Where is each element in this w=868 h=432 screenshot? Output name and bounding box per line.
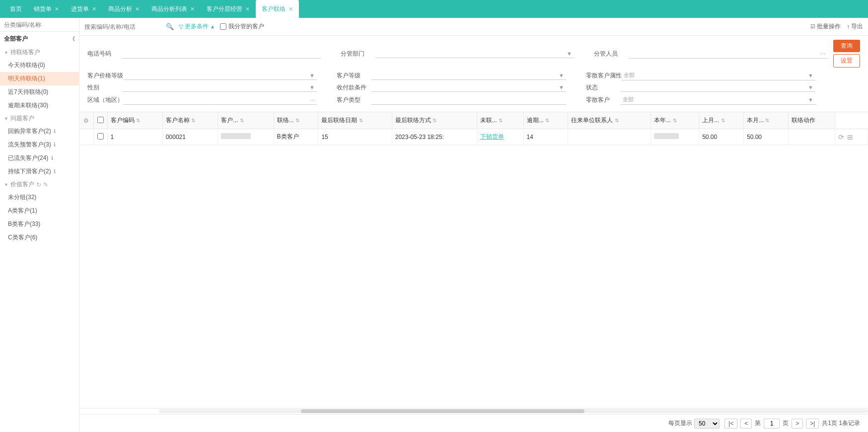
col-unlinking: 未联... ⇅	[477, 112, 523, 129]
sidebar-item-repurchase-anomaly[interactable]: 回购异常客户(2) ℹ	[0, 125, 79, 138]
sidebar-item-churned[interactable]: 已流失客户(24) ℹ	[0, 151, 79, 165]
more-action-icon[interactable]: ⊞	[847, 133, 853, 141]
sidebar-search-bar: 🔍	[0, 18, 79, 32]
col-customer-name: 客户名称 ⇅	[162, 112, 217, 129]
sidebar-item-a-class[interactable]: A类客户(1)	[0, 204, 79, 217]
refresh-icon[interactable]: ↻	[36, 181, 41, 188]
payment-select[interactable]: ▼	[371, 83, 566, 92]
horizontal-scroll	[79, 408, 868, 414]
info-icon: ℹ	[51, 155, 53, 161]
sort-icon[interactable]: ⇅	[191, 118, 195, 123]
filter-cell-status: 状态 ▼	[586, 83, 815, 92]
price-level-select[interactable]: ▼	[123, 72, 317, 80]
page-size-select[interactable]: 50 20 100	[694, 419, 720, 429]
sidebar-item-ungrouped[interactable]: 未分组(32)	[0, 191, 79, 204]
nav-product-analysis-list[interactable]: 商品分析列表 ✕	[145, 0, 201, 18]
checkbox-icon: ☑	[810, 23, 815, 30]
sort-icon[interactable]: ⇅	[499, 118, 503, 123]
nav-home[interactable]: 首页	[4, 0, 28, 18]
close-icon[interactable]: ✕	[135, 6, 140, 12]
filter-row-4: 区域（地区） ··· 客户类型 零散客户	[87, 95, 860, 105]
sort-icon[interactable]: ⇅	[545, 118, 549, 123]
cell-contacts: 15	[318, 129, 392, 145]
all-customers-header[interactable]: 全部客户 《	[0, 32, 79, 46]
my-customers-checkbox[interactable]	[220, 23, 226, 30]
page-size-label: 每页显示	[668, 419, 692, 428]
status-select[interactable]: ▼	[621, 83, 815, 92]
sort-icon[interactable]: ⇅	[433, 118, 436, 123]
manager-input[interactable]	[631, 50, 818, 57]
sort-icon[interactable]: ⇅	[359, 118, 363, 123]
close-icon[interactable]: ✕	[55, 6, 59, 12]
last-method-link[interactable]: 下销货单	[480, 133, 504, 140]
bulk-ops-btn[interactable]: ☑ 批量操作	[810, 22, 841, 31]
prev-page-btn[interactable]: <	[740, 419, 752, 429]
sort-icon[interactable]: ⇅	[721, 118, 725, 123]
nav-sales-order[interactable]: 销货单 ✕	[28, 0, 65, 18]
filter-cell-dept: 分管部门 ▼	[341, 50, 574, 58]
region-label: 区域（地区）	[87, 96, 123, 104]
search-input[interactable]	[84, 23, 164, 30]
cell-this-month	[788, 129, 835, 145]
cell-contact-person	[651, 129, 699, 145]
sort-icon[interactable]: ⇅	[136, 118, 140, 123]
table-footer: 每页显示 50 20 100 |< < 第 页 > >| 共1页 1条记录	[79, 414, 868, 432]
col-this-month: 本月... ⇅	[743, 112, 788, 129]
search-icon[interactable]: 🔍	[166, 23, 174, 30]
sort-icon[interactable]: ⇅	[240, 118, 244, 123]
sidebar-item-today-contact[interactable]: 今天待联络(0)	[0, 59, 79, 72]
sort-icon[interactable]: ⇅	[765, 118, 769, 123]
export-btn[interactable]: ↑ 导出	[847, 22, 863, 31]
checkbox-column-header[interactable]	[93, 112, 107, 129]
sidebar-item-churn-warning[interactable]: 流失预警客户(3) ℹ	[0, 138, 79, 151]
contact-action-icon[interactable]: ⟳	[838, 133, 844, 141]
query-button[interactable]: 查询	[833, 40, 860, 52]
sidebar-search-input[interactable]	[4, 21, 78, 28]
select-all-checkbox[interactable]	[97, 117, 104, 123]
page-input[interactable]	[764, 419, 780, 429]
customer-type-input[interactable]	[373, 96, 564, 103]
region-input[interactable]	[125, 96, 308, 103]
col-last-contact-method: 最后联络方式 ⇅	[392, 112, 477, 129]
close-icon[interactable]: ✕	[245, 6, 250, 12]
close-icon[interactable]: ✕	[289, 6, 293, 12]
sidebar-item-7days-contact[interactable]: 近7天待联络(0)	[0, 85, 79, 99]
phone-input[interactable]	[124, 50, 319, 57]
sidebar-item-b-class[interactable]: B类客户(33)	[0, 217, 79, 231]
sidebar-item-overdue-contact[interactable]: 逾期未联络(30)	[0, 99, 79, 112]
retail-customer-select[interactable]: 全部 ▼	[621, 95, 815, 105]
sidebar-item-c-class[interactable]: C类客户(6)	[0, 231, 79, 244]
filter-cell-customer-level: 客户等级 ▼	[337, 72, 566, 80]
sort-icon[interactable]: ⇅	[615, 118, 619, 123]
collapse-icon: 《	[70, 35, 75, 43]
all-customers-label: 全部客户	[4, 35, 28, 43]
dept-select[interactable]: ▼	[375, 50, 574, 58]
top-nav: 首页 销货单 ✕ 进货单 ✕ 商品分析 ✕ 商品分析列表 ✕ 客户分层经营 ✕ …	[0, 0, 868, 18]
sort-icon[interactable]: ⇅	[673, 118, 677, 123]
close-icon[interactable]: ✕	[92, 6, 96, 12]
settings-button[interactable]: 设置	[833, 54, 860, 68]
sidebar-value-group: 价值客户 ↻ ✎	[0, 178, 79, 191]
row-checkbox[interactable]	[97, 133, 104, 140]
retail-attr-select[interactable]: 全部 ▼	[622, 71, 815, 80]
more-dots-icon[interactable]: ···	[820, 50, 825, 57]
sidebar-item-declining[interactable]: 持续下滑客户(2) ℹ	[0, 165, 79, 178]
sort-icon[interactable]: ⇅	[295, 118, 299, 123]
more-conditions-btn[interactable]: ▽ 更多条件 ▲	[179, 22, 215, 31]
edit-icon[interactable]: ✎	[43, 181, 48, 188]
sidebar-item-tomorrow-contact[interactable]: 明天待联络(1)	[0, 72, 79, 85]
customer-level-select[interactable]: ▼	[371, 72, 566, 80]
next-page-btn[interactable]: >	[792, 419, 803, 429]
nav-product-analysis[interactable]: 商品分析 ✕	[102, 0, 145, 18]
close-icon[interactable]: ✕	[190, 6, 195, 12]
nav-purchase-order[interactable]: 进货单 ✕	[65, 0, 102, 18]
last-page-btn[interactable]: >|	[806, 419, 819, 429]
gender-select[interactable]: ▼	[122, 83, 317, 92]
nav-customer-stratification[interactable]: 客户分层经营 ✕	[201, 0, 256, 18]
gear-column-header[interactable]: ⚙	[79, 112, 93, 129]
first-page-btn[interactable]: |<	[724, 419, 737, 429]
scroll-thumb[interactable]	[301, 409, 584, 413]
more-dots-icon[interactable]: ···	[310, 96, 315, 103]
filter-right-actions: ☑ 批量操作 ↑ 导出	[810, 22, 863, 31]
nav-customer-contact[interactable]: 客户联络 ✕	[256, 0, 299, 18]
